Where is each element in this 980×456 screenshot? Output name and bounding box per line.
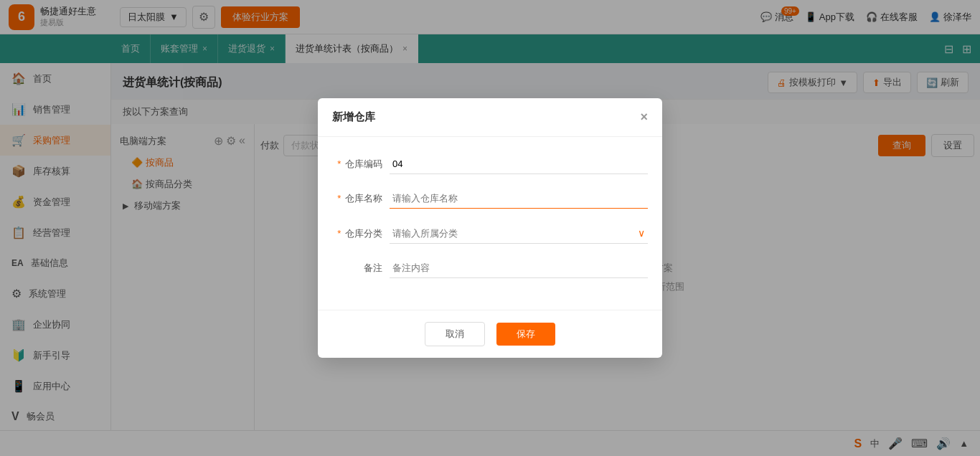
dialog-close-icon[interactable]: ×	[640, 110, 648, 125]
warehouse-note-row: 备注	[332, 258, 648, 278]
save-button[interactable]: 保存	[496, 323, 555, 346]
warehouse-code-label: * 仓库编码	[332, 158, 390, 171]
warehouse-category-input[interactable]	[392, 228, 638, 239]
required-star-2: *	[337, 193, 341, 204]
required-star-3: *	[337, 228, 341, 239]
add-warehouse-dialog: 新增仓库 × * 仓库编码 * 仓库名称	[318, 98, 662, 358]
warehouse-code-input[interactable]	[390, 154, 648, 174]
dialog-title: 新增仓库	[332, 110, 375, 124]
dialog-footer: 取消 保存	[318, 310, 662, 358]
required-star-1: *	[337, 158, 341, 169]
warehouse-name-input[interactable]	[390, 189, 648, 209]
warehouse-category-select[interactable]: ∨	[390, 223, 648, 244]
category-chevron-icon: ∨	[638, 227, 645, 239]
warehouse-note-input[interactable]	[390, 258, 648, 278]
dialog-header: 新增仓库 ×	[318, 98, 662, 137]
warehouse-name-label: * 仓库名称	[332, 192, 390, 205]
cancel-button[interactable]: 取消	[425, 322, 485, 346]
warehouse-name-row: * 仓库名称	[332, 189, 648, 209]
warehouse-note-label: 备注	[332, 262, 390, 275]
warehouse-category-row: * 仓库分类 ∨	[332, 223, 648, 244]
warehouse-category-label: * 仓库分类	[332, 227, 390, 240]
warehouse-code-row: * 仓库编码	[332, 154, 648, 174]
dialog-body: * 仓库编码 * 仓库名称 * 仓库分类	[318, 137, 662, 310]
dialog-overlay: 新增仓库 × * 仓库编码 * 仓库名称	[0, 0, 980, 456]
